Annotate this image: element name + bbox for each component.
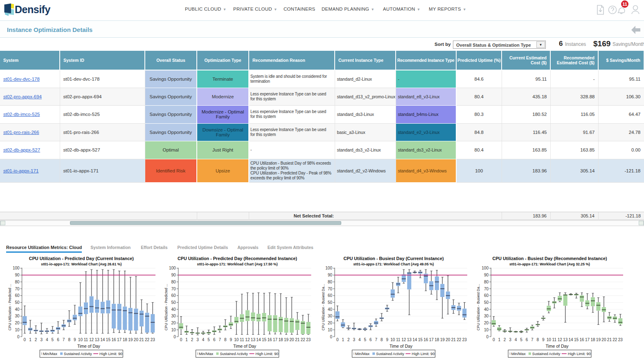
svg-text:100: 100 [13, 266, 20, 270]
svg-text:20: 20 [601, 337, 606, 342]
svg-text:10: 10 [547, 337, 552, 342]
svg-text:10: 10 [15, 328, 20, 332]
svg-text:CPU Utilization - Busiest Day: CPU Utilization - Busiest Day (Recommend… [493, 256, 607, 261]
svg-text:20: 20 [484, 321, 489, 325]
svg-text:0: 0 [173, 335, 176, 339]
svg-text:30: 30 [171, 314, 176, 318]
svg-text:Sustained Activity: Sustained Activity [220, 351, 248, 356]
svg-text:30: 30 [328, 314, 333, 318]
svg-text:13: 13 [407, 337, 412, 342]
svg-text:100: 100 [169, 266, 176, 270]
svg-text:13: 13 [563, 337, 568, 342]
svg-text:10: 10 [78, 337, 83, 342]
svg-text:70: 70 [484, 287, 489, 291]
svg-text:18: 18 [435, 337, 439, 342]
svg-text:0: 0 [24, 337, 26, 342]
svg-text:14: 14 [100, 337, 105, 342]
svg-text:st01-io-appx-171: Workload Cha: st01-io-appx-171: Workload Chart (Avg 17… [197, 262, 278, 266]
svg-text:8: 8 [224, 337, 227, 342]
svg-text:0: 0 [330, 335, 332, 339]
svg-text:16: 16 [111, 337, 116, 342]
svg-text:Min/Max: Min/Max [355, 351, 370, 356]
svg-text:21: 21 [295, 337, 300, 342]
svg-text:15: 15 [574, 337, 579, 342]
svg-text:1: 1 [498, 337, 500, 342]
svg-text:Time of Day: Time of Day [77, 344, 100, 349]
svg-text:13: 13 [95, 337, 100, 342]
svg-text:Sustained Activity: Sustained Activity [376, 351, 404, 356]
svg-text:80: 80 [171, 280, 176, 284]
svg-text:23: 23 [618, 337, 623, 342]
svg-text:90: 90 [15, 273, 20, 277]
svg-text:11: 11 [240, 337, 244, 342]
svg-text:Sustained Activity: Sustained Activity [64, 351, 92, 356]
svg-text:16: 16 [580, 337, 585, 342]
svg-text:12: 12 [245, 337, 250, 342]
svg-text:10: 10 [328, 328, 333, 332]
svg-text:15: 15 [106, 337, 111, 342]
svg-text:8: 8 [537, 337, 539, 342]
svg-text:20: 20 [15, 321, 20, 325]
svg-text:22: 22 [301, 337, 306, 342]
svg-text:19: 19 [284, 337, 289, 342]
svg-text:20: 20 [446, 337, 450, 342]
svg-text:4: 4 [515, 337, 517, 342]
svg-text:15: 15 [262, 337, 267, 342]
svg-text:16: 16 [267, 337, 272, 342]
svg-text:80: 80 [15, 280, 20, 284]
svg-text:High Limit: 90: High Limit: 90 [255, 351, 278, 356]
svg-text:CPU Utilization - Busiest Da..: CPU Utilization - Busiest Da... [476, 284, 480, 331]
svg-text:4: 4 [46, 337, 48, 342]
svg-text:Time of Day: Time of Day [390, 344, 412, 349]
svg-text:Min/Max: Min/Max [199, 351, 214, 356]
svg-text:50: 50 [15, 300, 20, 305]
svg-text:70: 70 [15, 287, 20, 291]
svg-text:9: 9 [74, 337, 76, 342]
svg-text:23: 23 [151, 337, 155, 342]
svg-text:70: 70 [171, 287, 176, 291]
svg-text:7: 7 [63, 337, 65, 342]
svg-text:6: 6 [526, 337, 528, 342]
svg-text:100: 100 [482, 266, 489, 270]
svg-text:11: 11 [84, 337, 88, 342]
svg-text:17: 17 [117, 337, 122, 342]
svg-text:9: 9 [386, 337, 388, 342]
svg-text:18: 18 [590, 337, 595, 342]
svg-text:High Limit: 90: High Limit: 90 [568, 351, 591, 356]
svg-text:10: 10 [484, 328, 489, 332]
svg-text:20: 20 [171, 321, 176, 325]
svg-text:80: 80 [484, 280, 489, 284]
svg-text:CPU Utilization - Predicted ..: CPU Utilization - Predicted ... [7, 284, 12, 331]
svg-text:50: 50 [484, 300, 489, 305]
svg-text:100: 100 [325, 266, 332, 270]
svg-text:19: 19 [596, 337, 601, 342]
svg-text:14: 14 [256, 337, 261, 342]
svg-text:19: 19 [128, 337, 133, 342]
svg-text:20: 20 [328, 321, 333, 325]
svg-text:10: 10 [234, 337, 239, 342]
svg-text:5: 5 [520, 337, 522, 342]
svg-text:60: 60 [171, 293, 176, 298]
svg-text:70: 70 [328, 287, 333, 291]
svg-text:80: 80 [328, 280, 333, 284]
svg-text:12: 12 [89, 337, 94, 342]
svg-text:21: 21 [607, 337, 612, 342]
svg-text:CPU Utilization - Predicted ..: CPU Utilization - Predicted ... [164, 284, 168, 331]
svg-text:1: 1 [342, 337, 344, 342]
svg-text:6: 6 [57, 337, 59, 342]
svg-text:30: 30 [484, 314, 489, 318]
svg-text:20: 20 [134, 337, 139, 342]
svg-text:6: 6 [213, 337, 216, 342]
svg-text:CPU Utilization - Busiest Day: CPU Utilization - Busiest Day (Current I… [344, 256, 444, 261]
svg-text:0: 0 [17, 335, 20, 339]
svg-text:60: 60 [484, 293, 489, 298]
svg-text:1: 1 [29, 337, 32, 342]
svg-text:Time of Day: Time of Day [233, 344, 256, 349]
svg-text:20: 20 [290, 337, 295, 342]
svg-text:st01-io-appx-171: Workload Cha: st01-io-appx-171: Workload Chart (Avg 49… [354, 262, 434, 266]
svg-text:Sustained Activity: Sustained Activity [532, 351, 561, 356]
svg-text:12: 12 [558, 337, 563, 342]
svg-text:17: 17 [429, 337, 434, 342]
svg-text:3: 3 [40, 337, 43, 342]
svg-text:Time of Day: Time of Day [546, 344, 569, 349]
